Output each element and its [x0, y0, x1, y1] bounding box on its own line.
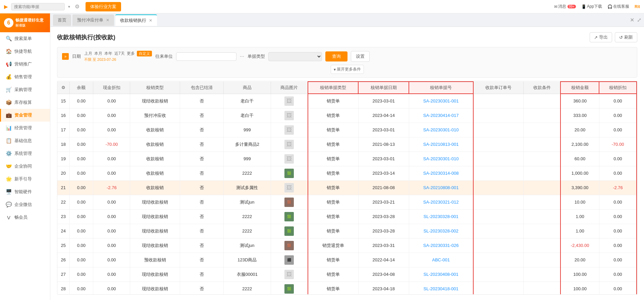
- filter-expand-button[interactable]: »: [62, 53, 69, 60]
- tab-expand-btn[interactable]: ⤢: [637, 17, 641, 23]
- date-this-month[interactable]: 本月: [94, 51, 102, 56]
- voucher-type-select[interactable]: [268, 52, 322, 61]
- cell-voucher-no[interactable]: SA-20210813-001: [409, 137, 473, 152]
- cell-voucher-no[interactable]: SA-20230301-001: [409, 94, 473, 108]
- cell-voucher-date: 2022-04-14: [358, 253, 409, 267]
- headset-icon: 🎧: [607, 4, 612, 9]
- sidebar-item-operations[interactable]: 📊 经营管理: [0, 122, 50, 134]
- cell-receipt-condition: [523, 238, 560, 253]
- sidebar-item-search[interactable]: 🔍 搜索菜单: [0, 32, 50, 45]
- expand-more-button[interactable]: ▾ 展开更多条件: [331, 65, 364, 74]
- sidebar-item-quicknav[interactable]: 🏠 快捷导航: [0, 45, 50, 58]
- tab-home-label: 首页: [58, 17, 66, 23]
- page-header: 收款核销执行(按收款) ↗ 导出 ↺ 刷新: [57, 32, 637, 42]
- cell-goods-img: 🖼: [271, 180, 308, 195]
- tab-home[interactable]: 首页: [53, 14, 71, 26]
- sidebar-item-purchase[interactable]: 🛒 采购管理: [0, 83, 50, 96]
- guide-icon: 🌟: [6, 176, 12, 182]
- cell-goods: 测试多属性: [224, 180, 271, 195]
- cell-balance: 0.00: [69, 238, 93, 253]
- date-custom[interactable]: 自定义: [137, 51, 152, 56]
- top-actions: ✉ 消息 99+ 📱 App下载 🎧 在线客服 Rit: [554, 4, 640, 9]
- online-service-link[interactable]: 🎧 在线客服: [607, 4, 629, 9]
- operations-icon: 📊: [6, 125, 12, 131]
- from-unit-dots[interactable]: ···: [240, 53, 244, 59]
- date-this-year[interactable]: 本年: [104, 51, 112, 56]
- cell-verify-discount: 0.00: [599, 282, 637, 295]
- tab-receipt-close[interactable]: ✕: [149, 18, 152, 23]
- sidebar-item-basic[interactable]: 📋 基础信息: [0, 134, 50, 147]
- tab-receipt[interactable]: 收款核销执行 ✕: [115, 14, 157, 26]
- cell-voucher-no[interactable]: SL-20230328-002: [409, 224, 473, 238]
- cell-goods: 测试jun: [224, 195, 271, 209]
- product-image: ⬛: [284, 255, 294, 265]
- tab-prepay-close[interactable]: ✕: [106, 18, 109, 23]
- cell-receipt-condition: [523, 195, 560, 209]
- th-gear[interactable]: ⚙: [57, 82, 69, 94]
- solution-button[interactable]: 体验行业方案: [86, 2, 121, 11]
- cell-voucher-date: 2023-04-14: [358, 108, 409, 123]
- cell-verify-type: 收款核销: [130, 166, 180, 180]
- cell-no: 16: [57, 108, 69, 123]
- cell-voucher-no[interactable]: SA-20230414-017: [409, 108, 473, 123]
- sidebar-item-system[interactable]: ⚙️ 系统管理: [0, 147, 50, 160]
- cell-verify-discount: 0.00: [599, 123, 637, 137]
- table-header: ⚙ 余额 现金折扣 核销类型 包含已结清 商品 商品图片 核销单据类型 核销单据…: [57, 82, 637, 94]
- tab-prepay[interactable]: 预付冲应付单 ✕: [72, 14, 114, 26]
- tab-close-btn[interactable]: ✕: [630, 17, 634, 23]
- table-row: 28 0.00 0.00 现结收款核销 否 2222 🟩 销货单 2023-04…: [57, 282, 637, 295]
- date-more[interactable]: 更多: [127, 51, 135, 56]
- cell-goods: 123D商品: [224, 253, 271, 267]
- cell-voucher-no[interactable]: SA-20230314-008: [409, 166, 473, 180]
- table-row: 16 0.00 0.00 预付冲应收 否 老白干 🖼 销货单 2023-04-1…: [57, 108, 637, 123]
- cell-voucher-no[interactable]: ABC-001: [409, 253, 473, 267]
- cell-voucher-no[interactable]: SL-20230418-001: [409, 282, 473, 295]
- phone-icon: 📱: [581, 4, 586, 9]
- app-download-link[interactable]: 📱 App下载: [581, 4, 602, 9]
- cell-voucher-no[interactable]: SA-20210808-001: [409, 180, 473, 195]
- sidebar-item-hardware[interactable]: 🖥️ 智能硬件: [0, 185, 50, 198]
- sidebar-item-marketing[interactable]: 📢 营销推广: [0, 58, 50, 71]
- cell-voucher-no[interactable]: SA-20230331-026: [409, 238, 473, 253]
- top-search-input[interactable]: [11, 3, 65, 10]
- cell-no: 22: [57, 195, 69, 209]
- sidebar-item-finance[interactable]: 💼 资金管理: [0, 109, 50, 122]
- search-dropdown-icon[interactable]: ▾: [68, 4, 70, 9]
- main-content: 首页 预付冲应付单 ✕ 收款核销执行 ✕ ✕ ⤢ 收款核销执行(按收款): [50, 13, 644, 300]
- header-row: ⚙ 余额 现金折扣 核销类型 包含已结清 商品 商品图片 核销单据类型 核销单据…: [57, 82, 637, 94]
- cell-balance: 0.00: [69, 253, 93, 267]
- date-7days[interactable]: 近7天: [114, 51, 125, 56]
- from-unit-input[interactable]: [176, 52, 236, 61]
- cell-voucher-no[interactable]: SA-20230301-010: [409, 152, 473, 166]
- date-last-month[interactable]: 上月: [84, 51, 92, 56]
- cell-voucher-no[interactable]: SA-20230301-010: [409, 123, 473, 137]
- sidebar-item-inventory[interactable]: 📦 库存核算: [0, 96, 50, 109]
- messages-link[interactable]: ✉ 消息 99+: [554, 4, 576, 9]
- cell-verify-discount: 0.00: [599, 166, 637, 180]
- settings-button[interactable]: 设置: [351, 51, 370, 62]
- product-image: 🟩: [284, 212, 294, 221]
- cell-cash-discount: 0.00: [93, 267, 130, 282]
- cell-voucher-no[interactable]: SL-20230328-001: [409, 209, 473, 224]
- sidebar-item-corp[interactable]: 🤝 企业协同: [0, 160, 50, 173]
- product-image: 🖼: [284, 111, 294, 120]
- cell-voucher-type: 销货单: [308, 253, 359, 267]
- cell-cash-discount: -2.76: [93, 180, 130, 195]
- cell-balance: 0.00: [69, 267, 93, 282]
- sidebar-item-wechat[interactable]: 💬 企业微信: [0, 198, 50, 211]
- sidebar-item-guide[interactable]: 🌟 新手引导: [0, 173, 50, 185]
- cell-no: 20: [57, 166, 69, 180]
- sidebar-item-member[interactable]: V 畅会员: [0, 211, 50, 224]
- sidebar-item-sales[interactable]: 💰 销售管理: [0, 71, 50, 83]
- user-name[interactable]: Rit: [635, 4, 640, 9]
- settings-icon[interactable]: ⚙: [75, 3, 79, 10]
- cell-cash-discount: 0.00: [93, 152, 130, 166]
- export-button[interactable]: ↗ 导出: [590, 32, 612, 42]
- query-button[interactable]: 查询: [325, 51, 347, 61]
- cell-voucher-no[interactable]: SA-20230321-012: [409, 195, 473, 209]
- sidebar-label-search: 搜索菜单: [14, 36, 32, 42]
- cell-voucher-type: 销货单: [308, 123, 359, 137]
- cell-voucher-no[interactable]: SL-20230408-001: [409, 267, 473, 282]
- product-image: 🖼: [284, 96, 294, 106]
- refresh-button[interactable]: ↺ 刷新: [615, 32, 637, 42]
